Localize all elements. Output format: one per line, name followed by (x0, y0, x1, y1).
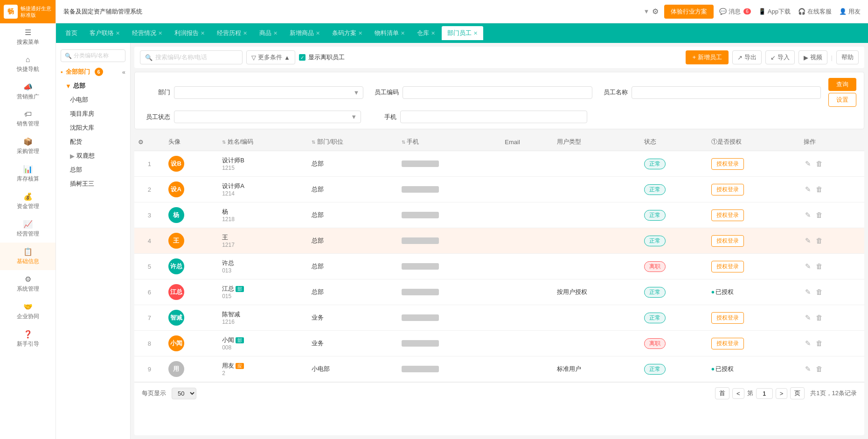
sidebar-item-marketing[interactable]: 📣 营销推广 (0, 78, 56, 105)
col-phone[interactable]: ⇅ 手机 (398, 133, 501, 151)
tab-close-icon[interactable]: ✕ (158, 30, 162, 36)
tab-operation[interactable]: 经营情况✕ (126, 26, 168, 40)
delete-icon[interactable]: 🗑 (816, 237, 823, 244)
delete-icon[interactable]: 🗑 (816, 160, 823, 167)
edit-icon[interactable]: ✎ (805, 262, 811, 270)
set-btn[interactable]: 设置 (828, 93, 856, 107)
edit-icon[interactable]: ✎ (805, 365, 811, 373)
show-resigned-label[interactable]: ✓ 显示离职员工 (299, 53, 345, 62)
edit-icon[interactable]: ✎ (805, 185, 811, 193)
more-filter-btn[interactable]: ▽ 更多条件 ▲ (246, 50, 295, 64)
sidebar-item-inventory[interactable]: 📊 库存核算 (0, 160, 56, 188)
auth-btn[interactable]: 授权登录 (711, 158, 744, 170)
col-dept[interactable]: ⇅ 部门/职位 (308, 133, 397, 151)
emp-code-input[interactable] (403, 86, 592, 99)
tab-close-icon[interactable]: ✕ (116, 30, 120, 36)
dept-item-zb[interactable]: 总部 (56, 163, 130, 177)
first-page-btn[interactable]: 首 (715, 387, 729, 399)
online-service-btn[interactable]: 🎧 在线客服 (798, 7, 832, 16)
dept-select[interactable]: ▼ (174, 86, 363, 99)
tab-close-icon[interactable]: ✕ (273, 30, 278, 36)
add-employee-btn[interactable]: + 新增员工 (686, 50, 728, 64)
delete-icon[interactable]: 🗑 (816, 185, 823, 193)
edit-icon[interactable]: ✎ (805, 314, 811, 321)
sidebar-item-purchase[interactable]: 📦 采购管理 (0, 132, 56, 160)
settings-icon[interactable]: ⚙ (652, 7, 659, 16)
dept-item-ph[interactable]: 配货 (56, 135, 130, 149)
auth-btn[interactable]: 授权登录 (711, 184, 744, 195)
tab-customer[interactable]: 客户联络✕ (84, 26, 125, 40)
delete-icon[interactable]: 🗑 (816, 211, 823, 219)
auth-btn[interactable]: 授权登录 (711, 312, 744, 324)
auth-btn[interactable]: 授权登录 (711, 261, 744, 272)
export-btn[interactable]: ↗ 导出 (732, 50, 762, 64)
search-wrap[interactable]: 🔍 搜索编码/名称/电话 (140, 50, 243, 64)
auth-btn[interactable]: 授权登录 (711, 209, 744, 221)
auth-btn[interactable]: 授权登录 (711, 235, 744, 247)
page-input[interactable] (756, 388, 773, 399)
app-download-btn[interactable]: 📱 App下载 (758, 7, 791, 16)
tab-history[interactable]: 经营历程✕ (211, 26, 253, 40)
import-btn[interactable]: ↙ 导入 (765, 50, 795, 64)
message-btn[interactable]: 💬 消息 6 (719, 7, 751, 16)
dept-item-sy[interactable]: 沈阳大库 (56, 121, 130, 135)
sidebar-item-operation[interactable]: 📈 经营管理 (0, 215, 56, 243)
dept-item-css[interactable]: 插树王三 (56, 177, 130, 191)
sidebar-item-guide[interactable]: ❓ 新手引导 (0, 325, 56, 353)
sidebar-item-search[interactable]: ☰ 搜索菜单 (0, 23, 56, 51)
delete-icon[interactable]: 🗑 (816, 365, 823, 373)
dept-root[interactable]: ▪ 全部部门 6 « (56, 65, 130, 79)
edit-icon[interactable]: ✎ (805, 211, 811, 219)
page-size-select[interactable]: 50 (172, 388, 196, 399)
tab-close-icon[interactable]: ✕ (243, 30, 247, 36)
dropdown-arrow-icon[interactable]: ▼ (643, 8, 649, 15)
tab-close-icon[interactable]: ✕ (473, 30, 478, 36)
edit-icon[interactable]: ✎ (805, 288, 811, 296)
delete-icon[interactable]: 🗑 (816, 262, 823, 270)
sidebar-item-system[interactable]: ⚙ 系统管理 (0, 270, 56, 298)
sidebar-item-basic[interactable]: 📋 基础信息 (0, 243, 56, 270)
last-page-btn[interactable]: 页 (790, 387, 805, 399)
tab-barcode[interactable]: 条码方案✕ (326, 26, 368, 40)
tab-close-icon[interactable]: ✕ (431, 30, 435, 36)
collapse-left-icon[interactable]: « (122, 69, 125, 76)
delete-icon[interactable]: 🗑 (816, 339, 823, 347)
tab-employee[interactable]: 部门员工✕ (442, 26, 483, 40)
emp-name-input[interactable] (632, 86, 821, 99)
col-settings[interactable]: ⚙ (134, 133, 165, 151)
col-name[interactable]: ⇅ 姓名/编码 (218, 133, 308, 151)
tab-bom[interactable]: 物料清单✕ (369, 26, 410, 40)
tab-profit[interactable]: 利润报告✕ (169, 26, 210, 40)
edit-icon[interactable]: ✎ (805, 237, 811, 244)
auth-btn[interactable]: 授权登录 (711, 338, 744, 349)
status-select[interactable]: ▼ (174, 111, 361, 123)
tab-close-icon[interactable]: ✕ (401, 30, 405, 36)
tab-home[interactable]: 首页 (60, 26, 83, 40)
tab-close-icon[interactable]: ✕ (201, 30, 205, 36)
help-btn[interactable]: 帮助 (836, 50, 859, 64)
tab-add-goods[interactable]: 新增商品✕ (284, 26, 326, 40)
gear-icon[interactable]: ⚙ (138, 139, 144, 146)
prev-page-btn[interactable]: < (732, 388, 744, 399)
query-btn[interactable]: 查询 (828, 78, 856, 91)
sidebar-item-quick[interactable]: ⌂ 快捷导航 (0, 51, 56, 78)
tab-warehouse[interactable]: 仓库✕ (411, 26, 441, 40)
dept-item-sl[interactable]: ▶ 双鹿想 (56, 149, 130, 163)
next-page-btn[interactable]: > (776, 388, 788, 399)
sidebar-item-sales[interactable]: 🏷 销售管理 (0, 105, 56, 132)
delete-icon[interactable]: 🗑 (816, 314, 823, 321)
tab-goods[interactable]: 商品✕ (254, 26, 283, 40)
edit-icon[interactable]: ✎ (805, 160, 811, 167)
tab-close-icon[interactable]: ✕ (358, 30, 362, 36)
sidebar-item-enterprise[interactable]: 🤝 企业协同 (0, 298, 56, 325)
tab-close-icon[interactable]: ✕ (316, 30, 320, 36)
delete-icon[interactable]: 🗑 (816, 288, 823, 296)
dept-item-general[interactable]: ▼ 总部 (56, 79, 130, 93)
view-btn[interactable]: ▶ 视频 (799, 50, 827, 64)
user-avatar[interactable]: 👤 用友 (839, 7, 861, 16)
dept-item-xd[interactable]: 小电部 (56, 93, 130, 107)
phone-input[interactable] (400, 111, 587, 123)
edit-icon[interactable]: ✎ (805, 339, 811, 347)
sidebar-item-finance[interactable]: 💰 资金管理 (0, 188, 56, 215)
dept-item-xmkf[interactable]: 项目库房 (56, 107, 130, 121)
